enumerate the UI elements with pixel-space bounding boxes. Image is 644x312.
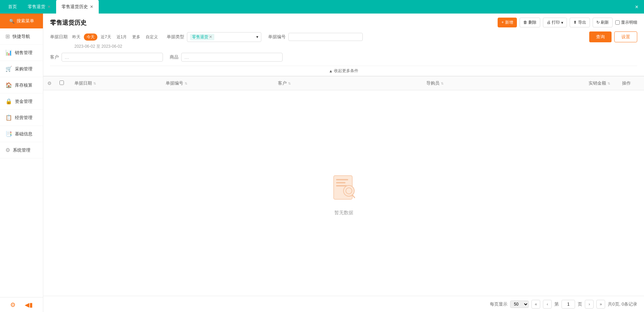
svg-rect-2 [336,182,345,183]
first-page-button[interactable]: « [531,300,540,309]
quick-nav-icon: ⊞ [5,33,10,40]
show-detail-checkbox-label[interactable]: 显示明细 [615,20,637,25]
page-title-row: 零售退货历史 + 新增 🗑 删除 🖨 打印 ▾ ⬆ 导出 ↻ 刷新 显示明细 [50,18,637,27]
sidebar-item-label: 基础信息 [15,131,32,137]
date-btn-1month[interactable]: 近1月 [115,34,129,41]
filter-customer-item: 客户 … [50,53,163,62]
type-tag-remove[interactable]: ✕ [209,35,212,39]
page-text: 第 [554,301,559,307]
customer-dots: … [65,54,69,60]
svg-rect-3 [336,185,347,186]
table-header: ⚙ 单据日期 ⇅ 单据编号 ⇅ 客户 ⇅ 导购员 ⇅ [43,76,644,90]
query-button[interactable]: 查询 [589,31,612,42]
toolbar: + 新增 🗑 删除 🖨 打印 ▾ ⬆ 导出 ↻ 刷新 显示明细 [498,18,637,27]
filter-goods-item: 商品 … [170,53,283,62]
goods-filter-label: 商品 [170,54,178,60]
system-icon: ⚙ [5,147,10,153]
date-range-display: 2023-06-02 至 2023-06-02 [74,44,122,49]
type-tag: 零售退货 ✕ [190,34,214,40]
sidebar-item-system[interactable]: ⚙ 系统管理 [0,142,43,158]
date-btn-custom[interactable]: 自定义 [144,34,160,41]
collapse-label: 收起更多条件 [334,68,358,74]
audio-footer-icon[interactable]: ◀▮ [25,301,33,309]
customer-filter-select[interactable]: … [62,53,163,62]
next-page-button[interactable]: › [585,300,594,309]
sidebar-footer: ⚙ ◀▮ [0,297,43,312]
sales-icon: 📊 [5,49,12,56]
per-page-select[interactable]: 50 10 20 100 [510,300,529,308]
window-close-button[interactable]: ✕ [635,4,644,9]
th-date-sort[interactable]: ⇅ [93,82,96,85]
sidebar-item-operation[interactable]: 📋 经营管理 [0,110,43,126]
date-btn-7days[interactable]: 近7天 [99,34,113,41]
type-filter-select[interactable]: 零售退货 ✕ ▾ [187,32,261,42]
sidebar-search-label: 搜索菜单 [17,18,34,24]
tab-retail-return-history[interactable]: 零售退货历史 ✕ [56,0,99,14]
th-guide: 导购员 ⇅ [424,80,536,86]
new-button[interactable]: + 新增 [498,18,517,27]
table-container: ⚙ 单据日期 ⇅ 单据编号 ⇅ 客户 ⇅ 导购员 ⇅ [43,76,644,312]
export-button[interactable]: ⬆ 导出 [570,18,590,27]
goods-filter-select[interactable]: … [181,53,283,62]
type-tag-label: 零售退货 [192,34,208,40]
th-amount-label: 实销金额 [589,80,606,86]
total-label: 共0页, 0条记录 [608,301,637,307]
date-buttons: 昨天 今天 近7天 近1月 更多 自定义 [70,34,160,41]
filter-row-2: 客户 … 商品 … [50,53,637,62]
th-amount-sort[interactable]: ⇅ [607,82,610,85]
th-number-sort[interactable]: ⇅ [185,82,187,85]
tab-retail-return-history-close[interactable]: ✕ [90,4,93,9]
date-btn-more[interactable]: 更多 [130,34,142,41]
th-date: 单据日期 ⇅ [72,80,163,86]
empty-state: 暂无数据 [43,90,644,296]
th-settings-icon[interactable]: ⚙ [47,81,59,86]
setting-button[interactable]: 设置 [614,31,637,42]
print-dropdown-icon: ▾ [561,20,563,25]
sidebar-item-purchase[interactable]: 🛒 采购管理 [0,61,43,77]
sidebar-item-quick-nav[interactable]: ⊞ 快捷导航 [0,28,43,45]
last-page-button[interactable]: » [596,300,605,309]
show-detail-label: 显示明细 [621,20,637,25]
th-action: 操作 [613,80,640,86]
sidebar-item-finance[interactable]: 🔒 资金管理 [0,93,43,110]
per-page-label: 每页显示 [490,301,507,307]
filter-number-item: 单据编号 [268,33,363,41]
show-detail-checkbox[interactable] [615,20,620,25]
sidebar-search[interactable]: 🔍 搜索菜单 [0,14,43,28]
tab-list: 首页 零售退货 ✕ 零售退货历史 ✕ [3,0,635,14]
search-icon: 🔍 [9,19,15,24]
purchase-icon: 🛒 [5,66,12,72]
sidebar-item-label: 销售管理 [15,50,32,56]
svg-line-6 [352,195,355,198]
pagination: 每页显示 50 10 20 100 « ‹ 第 页 › » 共0页, 0条记录 [43,296,644,312]
th-customer-label: 客户 [278,80,287,86]
prev-page-button[interactable]: ‹ [543,300,552,309]
settings-footer-icon[interactable]: ⚙ [10,301,16,309]
main-layout: 🔍 搜索菜单 ⊞ 快捷导航 📊 销售管理 🛒 采购管理 🏠 库存核算 🔒 [0,14,644,312]
sidebar-item-label: 资金管理 [15,98,32,105]
delete-button[interactable]: 🗑 删除 [520,18,540,27]
date-btn-yesterday[interactable]: 昨天 [70,34,82,41]
date-btn-today[interactable]: 今天 [84,34,97,41]
filter-date-item: 单据日期 昨天 今天 近7天 近1月 更多 自定义 [50,34,160,41]
collapse-button[interactable]: ▲ 收起更多条件 [50,66,637,76]
print-button[interactable]: 🖨 打印 ▾ [543,18,567,27]
tab-retail-return[interactable]: 零售退货 ✕ [22,0,56,14]
sidebar-item-sales[interactable]: 📊 销售管理 [0,45,43,61]
date-filter-label: 单据日期 [50,34,68,40]
tab-retail-return-close[interactable]: ✕ [47,4,51,9]
tab-retail-return-history-label: 零售退货历史 [62,4,88,10]
number-filter-input[interactable] [288,33,363,41]
sidebar-item-inventory[interactable]: 🏠 库存核算 [0,77,43,93]
goods-dots: … [184,54,189,60]
sidebar-item-basic[interactable]: 📑 基础信息 [0,126,43,142]
th-customer-sort[interactable]: ⇅ [288,82,291,85]
refresh-button[interactable]: ↻ 刷新 [593,18,613,27]
select-all-checkbox[interactable] [59,81,64,85]
sidebar-item-label: 库存核算 [15,82,32,88]
th-checkbox[interactable] [59,81,72,86]
tab-home[interactable]: 首页 [3,0,22,14]
page-number-input[interactable] [562,300,575,309]
th-guide-sort[interactable]: ⇅ [441,82,444,85]
tab-home-label: 首页 [8,4,17,10]
